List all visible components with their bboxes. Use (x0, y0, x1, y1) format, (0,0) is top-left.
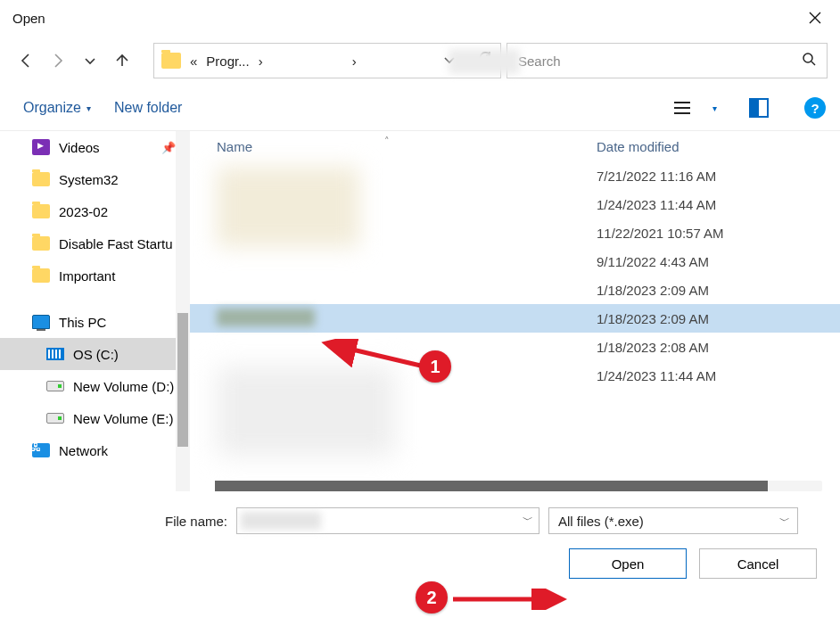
chevron-down-icon: ▾ (86, 103, 91, 113)
forward-icon[interactable] (45, 47, 71, 74)
pc-icon (32, 315, 50, 329)
file-row[interactable]: 9/11/2022 4:43 AM (190, 247, 840, 276)
file-row[interactable]: 1/18/2023 2:09 AM (190, 276, 840, 304)
sidebar-item-system32[interactable]: System32 (0, 163, 190, 195)
breadcrumb-sep: › (259, 54, 263, 69)
sidebar-item-label: Network (59, 443, 108, 458)
sidebar-item-disable-fast[interactable]: Disable Fast Startu (0, 227, 190, 259)
drive-icon (46, 381, 64, 391)
sidebar: Videos 📌 System32 2023-02 Disable Fast S… (0, 131, 190, 491)
address-bar[interactable]: « Progr... › › (153, 43, 501, 78)
file-date: 9/11/2022 4:43 AM (589, 254, 840, 269)
os-drive-icon (46, 348, 64, 360)
folder-icon (32, 172, 50, 186)
annotation-arrow-2 (448, 589, 572, 610)
search-input[interactable]: Search (506, 43, 828, 78)
view-mode-icon[interactable] (671, 97, 693, 119)
sidebar-item-drive-d[interactable]: New Volume (D:) (0, 370, 190, 402)
window-title: Open (12, 11, 45, 26)
sidebar-item-label: New Volume (D:) (73, 379, 174, 394)
svg-line-1 (330, 344, 428, 367)
search-icon[interactable] (802, 52, 816, 70)
filename-input[interactable]: ﹀ (236, 507, 539, 534)
filetype-combo[interactable]: All files (*.exe) ﹀ (548, 507, 798, 534)
svg-point-0 (803, 54, 812, 62)
file-row[interactable]: 1/18/2023 2:09 AM (190, 304, 840, 333)
sidebar-item-videos[interactable]: Videos 📌 (0, 131, 190, 163)
sidebar-item-this-pc[interactable]: This PC (0, 306, 190, 338)
bottom-controls: File name: ﹀ All files (*.exe) ﹀ Open Ca… (0, 491, 840, 589)
chevron-down-icon[interactable]: ﹀ (523, 513, 533, 528)
preview-pane-icon[interactable] (749, 98, 769, 118)
sidebar-item-label: Disable Fast Startu (59, 236, 173, 251)
breadcrumb-prefix: « (190, 54, 197, 69)
up-icon[interactable] (109, 47, 136, 74)
sidebar-item-label: New Volume (E:) (73, 411, 174, 426)
file-date: 11/22/2021 10:57 AM (589, 226, 840, 241)
column-headers: Name ˄ Date modified (190, 131, 840, 161)
folder-icon (32, 236, 50, 251)
file-row[interactable]: 1/18/2023 2:08 AM (190, 333, 840, 361)
sidebar-item-label: This PC (59, 315, 106, 330)
folder-icon (32, 204, 50, 218)
back-icon[interactable] (12, 47, 39, 74)
chevron-down-icon: ﹀ (779, 514, 790, 529)
close-icon[interactable] (797, 0, 833, 36)
recent-dropdown-icon[interactable] (77, 47, 103, 74)
help-icon[interactable]: ? (804, 97, 826, 119)
breadcrumb-segment[interactable]: Progr... (206, 54, 249, 69)
video-icon (32, 139, 50, 155)
file-rows: 7/21/2022 11:16 AM 1/24/2023 11:44 AM 11… (190, 161, 840, 390)
pin-icon: 📌 (161, 141, 176, 154)
file-date: 1/18/2023 2:08 AM (589, 340, 840, 355)
drive-icon (46, 413, 64, 424)
sidebar-item-important[interactable]: Important (0, 259, 190, 292)
nav-row: « Progr... › › Search (0, 36, 840, 86)
redacted-region (217, 167, 359, 247)
main-area: Videos 📌 System32 2023-02 Disable Fast S… (0, 130, 840, 491)
file-hscrollbar[interactable] (215, 481, 822, 491)
sidebar-item-label: System32 (59, 172, 119, 187)
redacted-region (449, 49, 520, 74)
sidebar-item-label: 2023-02 (59, 204, 108, 219)
file-date: 1/24/2023 11:44 AM (589, 368, 840, 383)
breadcrumb-sep: › (352, 54, 357, 69)
file-date: 7/21/2022 11:16 AM (589, 169, 840, 184)
titlebar: Open (0, 0, 840, 36)
folder-icon (161, 53, 181, 69)
scrollbar-thumb[interactable] (177, 313, 188, 447)
sidebar-item-label: OS (C:) (73, 347, 119, 362)
annotation-step-1: 1 (419, 350, 451, 383)
file-list: Name ˄ Date modified 7/21/2022 11:16 AM … (190, 131, 840, 491)
sidebar-item-label: Important (59, 268, 115, 284)
open-button[interactable]: Open (569, 548, 687, 579)
file-date: 1/24/2023 11:44 AM (589, 197, 840, 212)
scrollbar-thumb[interactable] (215, 481, 768, 491)
organize-button[interactable]: Organize ▾ (23, 100, 91, 116)
chevron-down-icon[interactable]: ▾ (712, 103, 717, 113)
sidebar-item-drive-e[interactable]: New Volume (E:) (0, 402, 190, 434)
file-date: 1/18/2023 2:09 AM (589, 283, 840, 298)
new-folder-button[interactable]: New folder (114, 100, 182, 116)
network-icon (32, 443, 50, 457)
redacted-region (217, 309, 315, 326)
sidebar-item-os-c[interactable]: OS (C:) (0, 338, 190, 370)
sidebar-item-label: Videos (59, 140, 100, 155)
file-date: 1/18/2023 2:09 AM (589, 311, 840, 326)
sidebar-item-2023-02[interactable]: 2023-02 (0, 195, 190, 227)
sidebar-item-network[interactable]: Network (0, 434, 190, 466)
search-placeholder: Search (518, 54, 802, 69)
sidebar-scrollbar[interactable] (176, 131, 190, 491)
annotation-step-2: 2 (416, 581, 448, 613)
sort-indicator-icon: ˄ (384, 136, 390, 147)
toolbar: Organize ▾ New folder ▾ ? (0, 86, 840, 130)
filename-label: File name: (0, 514, 227, 529)
filetype-value: All files (*.exe) (558, 514, 644, 529)
cancel-button[interactable]: Cancel (699, 548, 817, 579)
folder-icon (32, 268, 50, 283)
column-name[interactable]: Name ˄ (190, 139, 589, 154)
redacted-region (241, 512, 321, 530)
column-date[interactable]: Date modified (589, 139, 840, 154)
